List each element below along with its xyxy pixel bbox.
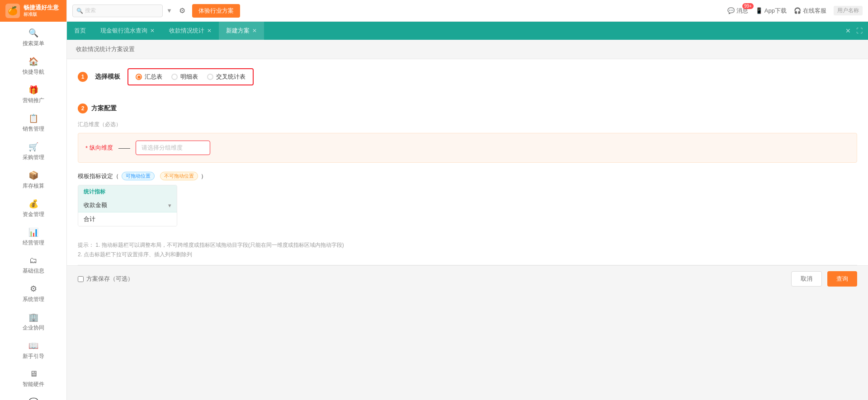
header: 🔍 搜索 ▼ ⚙ 体验行业方案 💬 消息 99+ 📱 App下载 🎧 xyxy=(67,0,868,22)
step1-row: 1 选择模板 汇总表 明细表 xyxy=(78,68,857,85)
tip-item-2: 2. 点击标题栏下拉可设置排序、插入列和删除列 xyxy=(78,251,857,259)
step1-section: 1 选择模板 汇总表 明细表 xyxy=(67,59,868,104)
tab-receipt-stat-close[interactable]: ✕ xyxy=(207,28,212,34)
enterprise-icon: 🏢 xyxy=(28,312,38,322)
step2-circle: 2 xyxy=(78,104,88,113)
message-icon: 💬 xyxy=(727,7,735,14)
sidebar-item-label: 经营管理 xyxy=(23,239,44,247)
tab-home[interactable]: 首页 xyxy=(67,22,93,40)
download-icon: 📱 xyxy=(755,7,763,14)
dimension-row-label: * 纵向维度 xyxy=(85,144,113,152)
sidebar-item-inventory[interactable]: 📦 库存核算 xyxy=(0,166,66,194)
tab-receipt-stat[interactable]: 收款情况统计 ✕ xyxy=(162,22,219,40)
step2-label: 方案配置 xyxy=(91,104,117,113)
indicator-close-paren: ） xyxy=(201,172,207,180)
online-service-button[interactable]: 🎧 在线客服 xyxy=(794,7,826,15)
sidebar-item-finance[interactable]: 💰 资金管理 xyxy=(0,194,66,223)
radio-detail[interactable] xyxy=(171,74,178,80)
finance-icon: 💰 xyxy=(28,199,38,209)
sidebar-item-wechat[interactable]: 💬 企业微信 xyxy=(0,393,66,400)
unmovable-badge: 不可拖动位置 xyxy=(160,172,198,180)
sidebar-item-operation[interactable]: 📊 经营管理 xyxy=(0,223,66,251)
tab-home-label: 首页 xyxy=(74,27,86,35)
template-crosstab-label: 交叉统计表 xyxy=(216,73,245,81)
basic-info-icon: 🗂 xyxy=(29,256,38,265)
sidebar-item-enterprise[interactable]: 🏢 企业协同 xyxy=(0,308,66,336)
indicator-total-row: 合计 xyxy=(78,212,177,226)
sidebar-item-newbie[interactable]: 📖 新手引导 xyxy=(0,336,66,365)
sidebar-item-purchase[interactable]: 🛒 采购管理 xyxy=(0,137,66,166)
indicator-setting-text: 模板指标设定（ xyxy=(78,172,119,180)
dimension-row: * 纵向维度 —— 请选择分组维度 xyxy=(85,141,849,155)
smart-hw-icon: 🖥 xyxy=(29,369,38,379)
template-detail-option[interactable]: 明细表 xyxy=(171,73,198,81)
step1-label: 选择模板 xyxy=(95,73,120,81)
breadcrumb-text: 收款情况统计方案设置 xyxy=(76,46,135,52)
template-options-box: 汇总表 明细表 交叉统计表 xyxy=(127,68,254,85)
sidebar-item-label: 智能硬件 xyxy=(23,381,44,388)
header-dropdown-arrow[interactable]: ▼ xyxy=(166,7,172,14)
sidebar-item-basic-info[interactable]: 🗂 基础信息 xyxy=(0,251,66,279)
sidebar-item-search-menu[interactable]: 🔍 搜索菜单 xyxy=(0,24,66,52)
indicator-cell-amount[interactable]: 收款金额 ▾ xyxy=(78,198,177,212)
template-summary-option[interactable]: 汇总表 xyxy=(136,73,162,81)
tab-bank-flow-close[interactable]: ✕ xyxy=(150,28,155,34)
sidebar-item-label: 库存核算 xyxy=(23,182,44,190)
sidebar-item-label: 营销推广 xyxy=(23,97,44,104)
dimension-section: 汇总维度（必选） * 纵向维度 —— xyxy=(78,121,857,163)
tab-bank-flow[interactable]: 现金银行流水查询 ✕ xyxy=(93,22,162,40)
gift-icon: 🎁 xyxy=(28,85,38,95)
logo-text-block: 畅捷通好生意 标准版 xyxy=(24,4,59,18)
vertical-dimension-label: 纵向维度 xyxy=(90,144,113,152)
tips-section: 提示： 1. 拖动标题栏可以调整布局，不可跨维度或指标区域拖动目字段(只能在同一… xyxy=(67,237,868,265)
home-icon: 🏠 xyxy=(28,56,38,66)
sidebar-nav: 🔍 搜索菜单 🏠 快捷导航 🎁 营销推广 📋 销售管理 🛒 采购管理 📦 xyxy=(0,22,66,400)
logo-sub-text: 标准版 xyxy=(24,11,59,18)
sidebar-item-label: 快捷导航 xyxy=(23,68,44,76)
settings-button[interactable]: ⚙ xyxy=(176,5,189,17)
header-actions: 💬 消息 99+ 📱 App下载 🎧 在线客服 用户名称 xyxy=(727,6,863,15)
purchase-icon: 🛒 xyxy=(28,142,38,152)
industry-solution-button[interactable]: 体验行业方案 xyxy=(192,4,240,18)
indicator-section-label: 统计指标 xyxy=(84,188,105,195)
operation-icon: 📊 xyxy=(28,227,38,237)
sidebar-item-sales[interactable]: 📋 销售管理 xyxy=(0,109,66,137)
message-button[interactable]: 💬 消息 99+ xyxy=(727,7,748,15)
close-window-button[interactable]: ✕ xyxy=(844,25,853,36)
query-button[interactable]: 查询 xyxy=(827,271,857,287)
app-download-button[interactable]: 📱 App下载 xyxy=(755,7,787,15)
tab-bank-flow-label: 现金银行流水查询 xyxy=(100,27,147,35)
radio-summary[interactable] xyxy=(136,74,142,80)
indicator-dropdown-icon[interactable]: ▾ xyxy=(168,202,171,209)
expand-window-button[interactable]: ⛶ xyxy=(854,25,864,36)
wechat-icon: 💬 xyxy=(28,397,38,400)
sidebar-item-label: 搜索菜单 xyxy=(23,40,44,47)
cancel-button[interactable]: 取消 xyxy=(791,271,822,287)
tab-new-plan[interactable]: 新建方案 ✕ xyxy=(219,22,264,40)
main-area: 🔍 搜索 ▼ ⚙ 体验行业方案 💬 消息 99+ 📱 App下载 🎧 xyxy=(67,0,868,400)
indicator-amount-text: 收款金额 xyxy=(84,201,107,209)
tab-new-plan-close[interactable]: ✕ xyxy=(252,28,257,34)
sidebar-item-smart-hw[interactable]: 🖥 智能硬件 xyxy=(0,365,66,393)
template-crosstab-option[interactable]: 交叉统计表 xyxy=(207,73,245,81)
footer-save-option[interactable]: 方案保存（可选） xyxy=(78,275,133,283)
required-star: * xyxy=(85,145,88,151)
sidebar-item-label: 采购管理 xyxy=(23,154,44,161)
logo-main-text: 畅捷通好生意 xyxy=(24,4,59,12)
sidebar-item-label: 企业协同 xyxy=(23,324,44,332)
save-checkbox[interactable] xyxy=(78,276,84,282)
tab-receipt-stat-label: 收款情况统计 xyxy=(169,27,204,35)
sidebar-item-system[interactable]: ⚙ 系统管理 xyxy=(0,279,66,308)
sidebar-item-quick-nav[interactable]: 🏠 快捷导航 xyxy=(0,52,66,80)
header-search[interactable]: 🔍 搜索 xyxy=(72,5,163,17)
footer-buttons: 取消 查询 xyxy=(791,271,857,287)
dimension-table: * 纵向维度 —— 请选择分组维度 xyxy=(78,133,857,163)
sidebar-item-marketing[interactable]: 🎁 营销推广 xyxy=(0,80,66,109)
indicator-table-wrapper: 统计指标 收款金额 ▾ 合计 xyxy=(78,185,177,228)
search-menu-icon: 🔍 xyxy=(28,28,38,38)
radio-crosstab[interactable] xyxy=(207,74,213,80)
content-area: 收款情况统计方案设置 1 选择模板 汇总表 xyxy=(67,40,868,400)
tabs-bar: 首页 现金银行流水查询 ✕ 收款情况统计 ✕ 新建方案 ✕ ✕ ⛶ xyxy=(67,22,868,40)
dimension-title-label: 汇总维度（必选） xyxy=(78,121,857,128)
dimension-select-input[interactable]: 请选择分组维度 xyxy=(136,141,210,155)
